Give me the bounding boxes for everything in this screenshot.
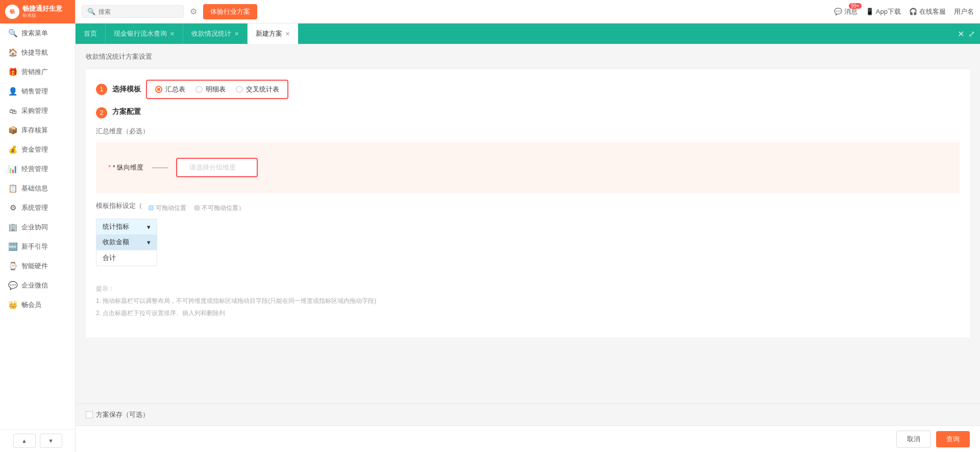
save-checkbox-box[interactable] [86,411,93,418]
tabs-actions: ✕ ⤢ [952,23,980,44]
sidebar-item-wechat[interactable]: 💬 企业微信 [0,276,75,295]
sidebar-item-system[interactable]: ⚙ 系统管理 [0,198,75,218]
search-input[interactable] [99,8,170,15]
column-dropdown-icon: ▾ [147,223,151,231]
logo-name: 畅捷通好生意 [22,5,62,13]
service-label: 在线客服 [919,7,946,16]
topbar-search-box[interactable]: 🔍 [82,5,184,18]
sidebar-item-marketing[interactable]: 🎁 营销推广 [0,62,75,82]
legend-fixed: 不可拖动位置） [194,204,244,212]
step2-row: 2 方案配置 [96,107,960,118]
radio-summary[interactable]: 汇总表 [155,85,185,94]
download-icon: 📱 [866,8,874,15]
radio-detail[interactable]: 明细表 [195,85,226,94]
sidebar-label-inventory: 库存核算 [21,126,48,135]
metrics-table: 统计指标 ▾ 收款金额 ▾ 合计 [96,219,157,266]
search-icon: 🔍 [87,8,95,15]
service-button[interactable]: 🎧 在线客服 [909,7,946,16]
legend-draggable: 可拖动位置 [149,204,186,212]
inventory-icon: 📦 [8,126,17,135]
sidebar-bottom-btn1[interactable]: ▲ [13,434,36,448]
draggable-dot [149,205,154,210]
sidebar-item-guide[interactable]: 🆕 新手引导 [0,237,75,256]
tab-new-scheme-close[interactable]: ✕ [285,31,290,37]
metrics-row-header[interactable]: 收款金额 ▾ [96,234,157,250]
tab-close-window-icon[interactable]: ✕ [958,29,964,39]
sidebar-item-sales[interactable]: 👤 销售管理 [0,82,75,101]
sidebar-label-search-menu: 搜索菜单 [21,29,48,38]
service-icon: 🎧 [909,8,917,15]
bottom-area: 方案保存（可选） [76,403,980,425]
download-button[interactable]: 📱 App下载 [866,7,901,16]
download-label: App下载 [876,7,901,16]
radio-detail-label: 明细表 [206,85,226,94]
sidebar-label-sales: 销售管理 [21,87,48,96]
sidebar-item-finance[interactable]: 💰 资金管理 [0,140,75,159]
sidebar-bottom: ▲ ▼ [0,429,75,452]
radio-cross[interactable]: 交叉统计表 [236,85,279,94]
dim-arrow: —— [152,163,168,172]
radio-cross-label: 交叉统计表 [246,85,279,94]
dim-required: * [108,163,111,171]
tab-home[interactable]: 首页 [76,23,106,44]
sidebar-item-quick-nav[interactable]: 🏠 快捷导航 [0,43,75,62]
sidebar-label-purchase: 采购管理 [21,106,48,115]
tab-bank[interactable]: 现金银行流水查询 ✕ [106,23,183,44]
sidebar-bottom-btn2[interactable]: ▼ [40,434,62,448]
member-icon: 👑 [8,300,17,310]
tab-bank-close[interactable]: ✕ [170,31,175,37]
system-icon: ⚙ [8,203,17,212]
message-badge: 99+ [849,3,862,9]
legend-draggable-label: 可拖动位置 [156,204,186,212]
sidebar-item-purchase[interactable]: 🛍 采购管理 [0,101,75,121]
operations-icon: 📊 [8,164,17,174]
sidebar-item-hardware[interactable]: ⌚ 智能硬件 [0,256,75,276]
tabs-bar: 首页 现金银行流水查询 ✕ 收款情况统计 ✕ 新建方案 ✕ ✕ ⤢ [76,23,980,44]
user-button[interactable]: 用户名 [954,7,974,16]
sidebar-item-inventory[interactable]: 📦 库存核算 [0,121,75,140]
trial-button[interactable]: 体验行业方案 [203,4,257,19]
save-scheme-checkbox[interactable]: 方案保存（可选） [86,410,149,419]
subtotal-label: 合计 [103,254,116,261]
dimension-select[interactable]: 请选择分组维度 [176,158,258,177]
sidebar-label-wechat: 企业微信 [21,281,48,290]
sidebar-label-marketing: 营销推广 [21,67,48,77]
guide-icon: 🆕 [8,242,17,251]
metrics-column-header[interactable]: 统计指标 ▾ [96,219,157,234]
section-template: 1 选择模板 汇总表 明细表 [86,69,970,338]
settings-icon[interactable]: ⚙ [190,7,197,16]
cancel-button[interactable]: 取消 [896,431,931,448]
logo-icon: 畅 [5,5,19,19]
hardware-icon: ⌚ [8,261,17,271]
metrics-header: 模板指标设定（ 可拖动位置 不可拖动位置） [96,201,960,215]
sidebar-item-operations[interactable]: 📊 经营管理 [0,159,75,179]
tab-maximize-icon[interactable]: ⤢ [968,29,975,39]
footer-bar: 取消 查询 [76,425,980,452]
tab-new-scheme[interactable]: 新建方案 ✕ [248,23,298,44]
tab-receipt-stats-close[interactable]: ✕ [234,31,239,37]
metrics-legend: 可拖动位置 不可拖动位置） [149,204,244,212]
tips-section: 提示： 1. 拖动标题栏可以调整布局，不可跨维度或指标区域拖动目字段(只能在同一… [96,274,960,327]
metrics-column-label: 统计指标 [103,222,129,231]
template-select-box: 汇总表 明细表 交叉统计表 [146,80,288,99]
tab-bank-label: 现金银行流水查询 [114,29,167,38]
message-button[interactable]: 💬 消息 99+ [834,7,857,16]
quick-nav-icon: 🏠 [8,48,17,57]
sidebar-item-search-menu[interactable]: 🔍 搜索菜单 [0,23,75,43]
tab-receipt-stats[interactable]: 收款情况统计 ✕ [183,23,248,44]
sidebar-item-base-info[interactable]: 📋 基础信息 [0,179,75,198]
content-wrapper: 收款情况统计方案设置 1 选择模板 汇总表 [76,44,980,452]
sidebar-label-enterprise: 企业协同 [21,223,48,232]
sidebar-item-enterprise[interactable]: 🏢 企业协同 [0,218,75,237]
topbar: 🔍 ⚙ 体验行业方案 💬 消息 99+ 📱 App下载 🎧 在线客服 用户名 [76,0,980,23]
sidebar-item-member[interactable]: 👑 畅会员 [0,295,75,315]
row-dimension-label: * * 纵向维度 [108,163,143,172]
marketing-icon: 🎁 [8,67,17,77]
query-button[interactable]: 查询 [936,431,970,447]
user-label: 用户名 [954,8,974,15]
sidebar-label-member: 畅会员 [21,300,41,310]
metrics-row-label: 收款金额 [103,237,129,247]
metrics-section: 模板指标设定（ 可拖动位置 不可拖动位置） [96,201,960,274]
finance-icon: 💰 [8,145,17,154]
radio-detail-circle [195,86,203,93]
